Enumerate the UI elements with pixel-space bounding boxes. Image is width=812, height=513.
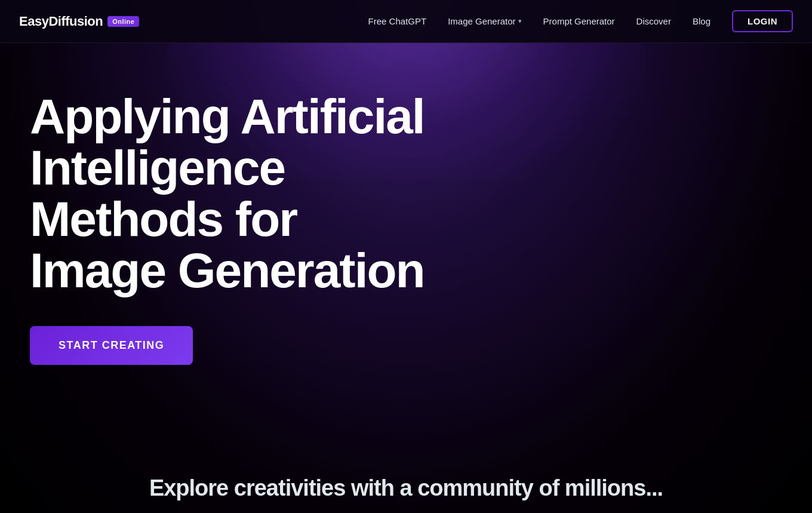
hero-title: Applying Artificial Intelligence Methods…: [30, 91, 448, 296]
bottom-tagline: Explore creativities with a community of…: [0, 475, 812, 501]
logo-badge: Online: [107, 16, 139, 27]
hero-content: Applying Artificial Intelligence Methods…: [0, 43, 448, 365]
nav-free-chatgpt[interactable]: Free ChatGPT: [368, 16, 427, 26]
logo-text: EasyDiffusion: [19, 14, 103, 29]
nav-image-generator[interactable]: Image Generator ▾: [448, 16, 521, 26]
chevron-down-icon: ▾: [518, 17, 522, 25]
logo[interactable]: EasyDiffusion Online: [19, 14, 139, 29]
nav-prompt-generator[interactable]: Prompt Generator: [543, 16, 615, 26]
login-button[interactable]: LOGIN: [732, 10, 793, 32]
hero-section: Applying Artificial Intelligence Methods…: [0, 0, 812, 513]
nav-blog[interactable]: Blog: [693, 16, 710, 26]
start-creating-button[interactable]: START CREATING: [30, 326, 193, 365]
nav-discover[interactable]: Discover: [636, 16, 671, 26]
bottom-text-wrapper: Explore creativities with a community of…: [0, 475, 812, 513]
nav-links: Free ChatGPT Image Generator ▾ Prompt Ge…: [368, 10, 793, 32]
navbar: EasyDiffusion Online Free ChatGPT Image …: [0, 0, 812, 43]
logo-easy: EasyDiffusion: [19, 14, 103, 29]
